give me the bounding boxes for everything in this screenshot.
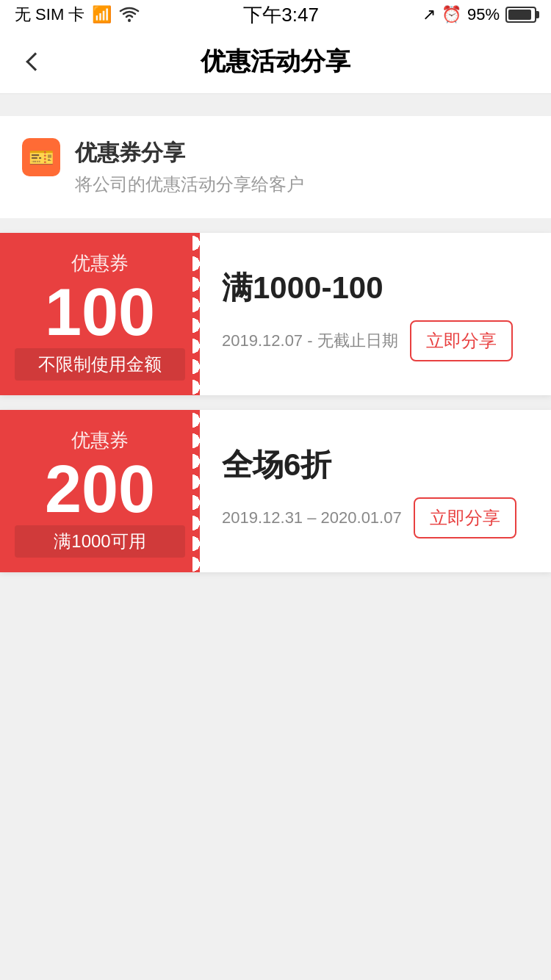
status-right: ↗ ⏰ 95% [422,5,536,24]
section-title: 优惠券分享 [75,138,304,168]
coupon-date-end-1: 无截止日期 [317,331,398,350]
coupon-condition-2: 满1000可用 [15,525,185,558]
share-button-1[interactable]: 立即分享 [410,320,513,361]
section-text: 优惠券分享 将公司的优惠活动分享给客户 [75,138,304,196]
coupon-item-1: 优惠券 100 不限制使用金额 满1000-100 2019.12.07 - 无… [0,233,551,395]
status-time: 下午3:47 [243,2,319,28]
wifi-icon [119,7,140,23]
coupon-item-2: 优惠券 200 满1000可用 全场6折 2019.12.31 – 2020.0… [0,410,551,572]
coupon-amount-2: 200 [45,456,155,522]
coupon-label-2: 优惠券 [71,428,129,453]
back-button[interactable] [21,47,50,76]
coupon-white-section-2: 全场6折 2019.12.31 – 2020.01.07 立即分享 [200,410,551,572]
status-bar: 无 SIM 卡 📶 下午3:47 ↗ ⏰ 95% [0,0,551,29]
page-title: 优惠活动分享 [201,45,350,79]
battery-icon [505,7,536,23]
coupon-red-section-2: 优惠券 200 满1000可用 [0,410,200,572]
coupon-date-1: 2019.12.07 - 无截止日期 [222,330,398,352]
coupon-red-section-1: 优惠券 100 不限制使用金额 [0,233,200,395]
sim-card-icon: 📶 [92,5,112,24]
back-arrow-icon [26,52,44,71]
coupon-condition-1: 不限制使用金额 [15,348,185,381]
coupon-date-start-2: 2019.12.31 [222,508,303,527]
section-subtitle: 将公司的优惠活动分享给客户 [75,173,304,196]
coupon-date-end-2: 2020.01.07 [321,508,402,527]
battery-percent: 95% [467,5,500,24]
svg-point-0 [128,19,131,22]
coupon-date-sep-1: - [303,331,317,350]
coupon-title-1: 满1000-100 [222,267,533,309]
coupon-date-row-1: 2019.12.07 - 无截止日期 立即分享 [222,320,533,361]
coupon-date-row-2: 2019.12.31 – 2020.01.07 立即分享 [222,497,533,538]
nav-bar: 优惠活动分享 [0,29,551,94]
section-icon: 🎫 [22,138,60,176]
coupon-icon: 🎫 [29,145,54,170]
coupon-date-sep-2: – [303,508,320,527]
bottom-space [0,602,551,969]
coupon-label-1: 优惠券 [71,251,129,276]
alarm-icon: ⏰ [442,5,461,24]
share-button-2[interactable]: 立即分享 [414,497,516,538]
location-icon: ↗ [422,5,436,24]
coupon-date-2: 2019.12.31 – 2020.01.07 [222,508,402,527]
coupon-title-2: 全场6折 [222,444,533,486]
coupon-list: 优惠券 100 不限制使用金额 满1000-100 2019.12.07 - 无… [0,218,551,602]
section-info: 🎫 优惠券分享 将公司的优惠活动分享给客户 [0,116,551,218]
status-left: 无 SIM 卡 📶 [15,4,140,26]
section-separator-top [0,94,551,116]
coupon-date-start-1: 2019.12.07 [222,331,303,350]
carrier-text: 无 SIM 卡 [15,4,84,26]
coupon-white-section-1: 满1000-100 2019.12.07 - 无截止日期 立即分享 [200,233,551,395]
coupon-amount-1: 100 [45,279,155,345]
